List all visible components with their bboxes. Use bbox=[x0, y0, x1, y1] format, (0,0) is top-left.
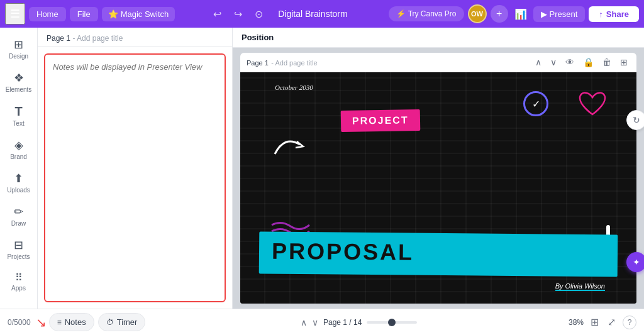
notes-add-title-label: - Add page title bbox=[72, 34, 123, 43]
present-label: Present bbox=[550, 9, 578, 19]
undo-button[interactable]: ↩ bbox=[209, 6, 225, 23]
nav-right: ⚡ Try Canva Pro OW + 📊 ▶ Present ↑ Share bbox=[389, 4, 639, 23]
sidebar-label-brand: Brand bbox=[10, 153, 27, 160]
history-button[interactable]: ⊙ bbox=[251, 6, 267, 23]
nav-left: ☰ Home File ⭐ Magic Switch bbox=[5, 3, 175, 25]
notes-tab-icon: ≡ bbox=[57, 318, 62, 327]
sidebar-item-draw[interactable]: ✏ Draw bbox=[3, 200, 35, 231]
sidebar-item-elements[interactable]: ❖ Elements bbox=[3, 66, 35, 97]
slide-eye-button[interactable]: 👁 bbox=[563, 56, 577, 69]
timer-tab-button[interactable]: ⏱ Timer bbox=[98, 313, 146, 331]
page-progress-thumb bbox=[388, 319, 396, 326]
document-title[interactable]: Digital Brainstorm bbox=[272, 6, 353, 21]
magic-switch-icon: ⭐ bbox=[108, 9, 118, 19]
sidebar-label-uploads: Uploads bbox=[7, 187, 30, 194]
by-author-label: By Olivia Wilson bbox=[555, 282, 605, 291]
slide-trash-button[interactable]: 🗑 bbox=[600, 56, 614, 69]
heart-doodle bbox=[577, 88, 608, 124]
checkmark-icon: ✓ bbox=[532, 98, 540, 110]
projects-icon: ⊟ bbox=[14, 238, 23, 252]
by-text: By Olivia Wilson bbox=[555, 282, 605, 291]
page-progress-track[interactable] bbox=[367, 321, 417, 324]
analytics-button[interactable]: 📊 bbox=[512, 6, 530, 23]
position-panel-header: Position bbox=[233, 28, 644, 48]
timer-tab-label: Timer bbox=[117, 317, 138, 327]
refresh-button[interactable]: ↻ bbox=[626, 110, 644, 130]
slide-page-label: Page 1 bbox=[247, 59, 269, 67]
slide-more-button[interactable]: ⊞ bbox=[618, 56, 630, 69]
notes-tab-button[interactable]: ≡ Notes bbox=[49, 313, 94, 331]
nav-center: ↩ ↪ ⊙ Digital Brainstorm bbox=[177, 6, 386, 23]
share-button[interactable]: ↑ Share bbox=[589, 6, 639, 22]
sidebar-item-brand[interactable]: ◈ Brand bbox=[3, 133, 35, 164]
slide-page-info: Page 1 - Add page title bbox=[247, 57, 318, 68]
project-banner: PROJECT bbox=[341, 109, 420, 132]
redo-button[interactable]: ↪ bbox=[230, 6, 246, 23]
sidebar-label-design: Design bbox=[9, 53, 28, 60]
project-text: PROJECT bbox=[352, 114, 409, 126]
fullscreen-button[interactable]: ⤢ bbox=[606, 314, 618, 330]
sidebar-label-text: Text bbox=[13, 120, 24, 127]
sidebar-item-design[interactable]: ⊞ Design bbox=[3, 33, 35, 63]
notes-textarea[interactable] bbox=[44, 53, 226, 302]
grid-view-button[interactable]: ⊞ bbox=[589, 314, 601, 330]
slide-canvas: October 2030 PROJECT bbox=[240, 72, 636, 304]
slide-chevron-down[interactable]: ∨ bbox=[548, 56, 559, 69]
add-collaborator-button[interactable]: + bbox=[491, 5, 508, 23]
magic-switch-button[interactable]: ⭐ Magic Switch bbox=[102, 7, 175, 21]
sidebar-item-text[interactable]: T Text bbox=[3, 99, 35, 131]
proposal-banner: PROPOSAL bbox=[259, 232, 618, 277]
left-sidebar: ⊞ Design ❖ Elements T Text ◈ Brand ⬆ Upl… bbox=[0, 28, 38, 309]
user-avatar[interactable]: OW bbox=[468, 4, 487, 23]
present-button[interactable]: ▶ Present bbox=[533, 6, 586, 22]
zoom-level-label: 38% bbox=[569, 318, 584, 327]
slide-sub-header: Page 1 - Add page title ∧ ∨ 👁 🔒 🗑 ⊞ bbox=[240, 53, 636, 72]
slide-toolbar: ∧ ∨ 👁 🔒 🗑 ⊞ bbox=[533, 56, 630, 69]
top-navigation: ☰ Home File ⭐ Magic Switch ↩ ↪ ⊙ Digital… bbox=[0, 0, 644, 28]
slide-wrap: October 2030 PROJECT bbox=[240, 72, 636, 304]
page-next-button[interactable]: ∨ bbox=[312, 317, 318, 327]
sidebar-label-apps: Apps bbox=[11, 285, 26, 292]
elements-icon: ❖ bbox=[14, 71, 24, 85]
sidebar-item-projects[interactable]: ⊟ Projects bbox=[3, 233, 35, 264]
magic-switch-label: Magic Switch bbox=[121, 9, 169, 19]
notes-panel: Page 1 - Add page title bbox=[38, 28, 233, 309]
apps-icon: ⠿ bbox=[15, 272, 23, 283]
file-nav-button[interactable]: File bbox=[70, 7, 98, 21]
checkmark-doodle: ✓ bbox=[523, 91, 548, 116]
home-nav-button[interactable]: Home bbox=[29, 7, 66, 21]
slide-chevron-up[interactable]: ∧ bbox=[533, 56, 544, 69]
right-panel: Position Page 1 - Add page title ∧ ∨ 👁 🔒… bbox=[233, 28, 644, 309]
help-button[interactable]: ? bbox=[623, 316, 636, 329]
main-layout: ⊞ Design ❖ Elements T Text ◈ Brand ⬆ Upl… bbox=[0, 28, 644, 309]
bottom-right-controls: 38% ⊞ ⤢ ? bbox=[569, 314, 636, 330]
magic-float-button[interactable]: ✦ bbox=[626, 252, 644, 272]
notes-tab-label: Notes bbox=[65, 317, 86, 327]
timer-tab-icon: ⏱ bbox=[106, 318, 114, 327]
doodle-arrow bbox=[272, 129, 316, 171]
proposal-text: PROPOSAL bbox=[272, 238, 414, 265]
try-canva-pro-button[interactable]: ⚡ Try Canva Pro bbox=[389, 6, 464, 21]
bottom-bar: 0/5000 ↘ ≡ Notes ⏱ Timer ∧ ∨ Page 1 / 14… bbox=[0, 309, 644, 335]
try-canva-label: Try Canva Pro bbox=[408, 9, 457, 18]
sidebar-item-apps[interactable]: ⠿ Apps bbox=[3, 266, 35, 295]
text-icon: T bbox=[14, 104, 22, 119]
design-icon: ⊞ bbox=[14, 38, 23, 52]
draw-icon: ✏ bbox=[14, 205, 23, 219]
sidebar-item-uploads[interactable]: ⬆ Uploads bbox=[3, 167, 35, 197]
sidebar-label-projects: Projects bbox=[7, 253, 30, 260]
sidebar-label-draw: Draw bbox=[11, 220, 26, 227]
page-indicator-label: Page 1 / 14 bbox=[323, 318, 362, 327]
notes-page-label: Page 1 bbox=[47, 34, 70, 43]
brand-icon: ◈ bbox=[14, 138, 23, 152]
char-count-label: 0/5000 bbox=[8, 318, 31, 327]
slide-add-title-label: - Add page title bbox=[271, 59, 317, 67]
share-label: Share bbox=[606, 9, 629, 19]
hamburger-menu-button[interactable]: ☰ bbox=[5, 3, 25, 25]
slide-lock-button[interactable]: 🔒 bbox=[580, 56, 596, 69]
sidebar-label-elements: Elements bbox=[6, 86, 32, 93]
page-prev-button[interactable]: ∧ bbox=[301, 317, 307, 327]
slide-background: October 2030 PROJECT bbox=[240, 72, 636, 304]
uploads-icon: ⬆ bbox=[14, 172, 23, 185]
slide-date: October 2030 bbox=[275, 84, 313, 91]
